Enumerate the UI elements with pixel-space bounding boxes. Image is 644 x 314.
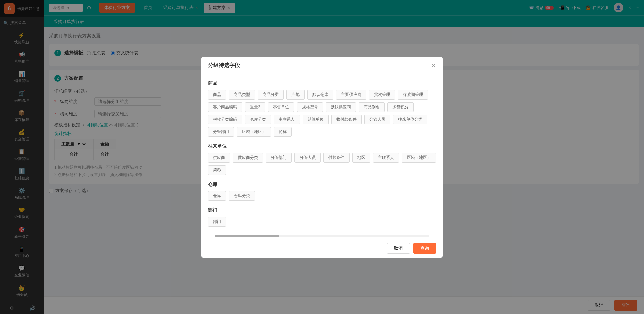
field-tag-warehouse-category[interactable]: 仓库分类 xyxy=(245,115,271,124)
section-counterpart-title: 往来单位 xyxy=(208,143,436,149)
field-tag-spec-model[interactable]: 规格型号 xyxy=(297,102,323,112)
field-tag-mgmt-person[interactable]: 分管人员 xyxy=(294,153,321,163)
field-tag-warehouse-cat[interactable]: 仓库分类 xyxy=(229,191,255,201)
field-tag-supplier-cat[interactable]: 供应商分类 xyxy=(233,153,263,163)
field-tag-goods-alias[interactable]: 商品别名 xyxy=(359,102,385,112)
section-warehouse: 仓库 仓库 仓库分类 xyxy=(208,182,436,201)
field-tag-goods[interactable]: 商品 xyxy=(208,90,226,100)
field-tag-weight3[interactable]: 重量3 xyxy=(245,102,265,112)
field-tag-tax-code[interactable]: 税收分类编码 xyxy=(208,115,242,124)
warehouse-tags: 仓库 仓库分类 xyxy=(208,191,436,201)
field-tag-supplier[interactable]: 供应商 xyxy=(208,153,230,163)
field-tag-goods-type[interactable]: 商品类型 xyxy=(229,90,255,100)
modal-confirm-button[interactable]: 查询 xyxy=(413,243,436,254)
section-goods: 商品 商品 商品类型 商品分类 产地 默认仓库 主要供应商 批次管理 保质期管理… xyxy=(208,80,436,137)
hscroll-thumb[interactable] xyxy=(215,235,279,237)
field-tag-region2[interactable]: 区域（地区） xyxy=(402,153,436,163)
field-tag-short-name2[interactable]: 简称 xyxy=(208,165,226,175)
modal-hscroll[interactable] xyxy=(215,235,429,237)
modal-hscroll-area xyxy=(201,233,443,239)
field-tag-batch-mgmt[interactable]: 批次管理 xyxy=(369,90,395,100)
section-department-title: 部门 xyxy=(208,207,436,213)
field-tag-default-warehouse[interactable]: 默认仓库 xyxy=(307,90,333,100)
field-tag-warehouse[interactable]: 仓库 xyxy=(208,191,226,201)
field-tag-region[interactable]: 区域（地区） xyxy=(237,127,271,137)
section-goods-title: 商品 xyxy=(208,80,436,86)
section-warehouse-title: 仓库 xyxy=(208,182,436,188)
modal-overlay: 分组待选字段 ✕ 商品 商品 商品类型 商品分类 产地 默认仓库 主要供应商 批… xyxy=(0,0,644,314)
field-tag-unit-category[interactable]: 往来单位分类 xyxy=(393,115,427,124)
modal-footer: 取消 查询 xyxy=(201,239,443,258)
field-tag-main-supplier[interactable]: 主要供应商 xyxy=(336,90,366,100)
field-selection-modal: 分组待选字段 ✕ 商品 商品 商品类型 商品分类 产地 默认仓库 主要供应商 批… xyxy=(201,57,443,258)
department-tags: 部门 xyxy=(208,217,436,227)
goods-tags: 商品 商品类型 商品分类 产地 默认仓库 主要供应商 批次管理 保质期管理 客户… xyxy=(208,90,436,137)
field-tag-area[interactable]: 地区 xyxy=(352,153,370,163)
field-tag-main-contact[interactable]: 主联系人 xyxy=(274,115,300,124)
field-tag-dept[interactable]: 分管部门 xyxy=(208,127,234,137)
field-tag-expiry-mgmt[interactable]: 保质期管理 xyxy=(398,90,428,100)
modal-title: 分组待选字段 xyxy=(208,62,240,69)
modal-body: 商品 商品 商品类型 商品分类 产地 默认仓库 主要供应商 批次管理 保质期管理… xyxy=(201,75,443,233)
modal-cancel-button[interactable]: 取消 xyxy=(387,243,410,254)
field-tag-settlement-unit[interactable]: 结算单位 xyxy=(303,115,329,124)
field-tag-payment-terms[interactable]: 收付款条件 xyxy=(331,115,362,124)
field-tag-short-name[interactable]: 简称 xyxy=(274,127,292,137)
field-tag-supervisor[interactable]: 分管人员 xyxy=(364,115,390,124)
modal-header: 分组待选字段 ✕ xyxy=(201,57,443,75)
counterpart-tags: 供应商 供应商分类 分管部门 分管人员 付款条件 地区 主联系人 区域（地区） … xyxy=(208,153,436,175)
field-tag-goods-category[interactable]: 商品分类 xyxy=(258,90,284,100)
field-tag-default-supplier[interactable]: 默认供应商 xyxy=(326,102,356,112)
section-counterpart: 往来单位 供应商 供应商分类 分管部门 分管人员 付款条件 地区 主联系人 区域… xyxy=(208,143,436,175)
field-tag-main-contact2[interactable]: 主联系人 xyxy=(373,153,399,163)
section-department: 部门 部门 xyxy=(208,207,436,227)
modal-close-button[interactable]: ✕ xyxy=(431,62,436,69)
field-tag-pick-score[interactable]: 拣货积分 xyxy=(387,102,414,112)
field-tag-retail-unit[interactable]: 零售单位 xyxy=(268,102,294,112)
field-tag-department[interactable]: 部门 xyxy=(208,217,226,227)
field-tag-customer-code[interactable]: 客户商品编码 xyxy=(208,102,242,112)
field-tag-pay-terms[interactable]: 付款条件 xyxy=(323,153,350,163)
field-tag-origin[interactable]: 产地 xyxy=(286,90,305,100)
field-tag-mgmt-dept[interactable]: 分管部门 xyxy=(266,153,292,163)
